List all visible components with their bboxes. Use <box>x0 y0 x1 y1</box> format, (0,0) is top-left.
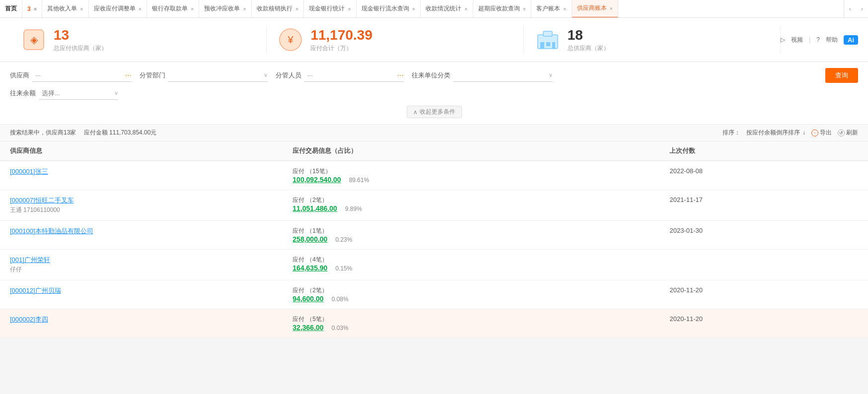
nav-tab-prepay[interactable]: 预收冲应收单 × <box>199 0 251 18</box>
balance-input[interactable] <box>39 88 114 98</box>
nav-tab-receipt-stat[interactable]: 收款情况统计 × <box>421 0 473 18</box>
close-icon[interactable]: × <box>348 6 351 12</box>
ai-badge[interactable]: Ai <box>844 35 858 45</box>
payable-supplier-label: 总应付供应商（家） <box>54 44 107 53</box>
nav-tab-home[interactable]: 首页 <box>0 0 22 18</box>
supplier-info-6: [000002]李四 <box>10 315 292 324</box>
tx-amount-4[interactable]: 164,635.90 <box>292 264 327 272</box>
nav-tab-cash-flow[interactable]: 现金银行流水查询 × <box>357 0 421 18</box>
divider: | <box>809 36 810 43</box>
close-icon[interactable]: × <box>80 6 83 12</box>
tx-amount-1[interactable]: 100,092,540.00 <box>292 176 341 184</box>
nav-tab-supplier-ledger[interactable]: 供应商账本 × <box>572 0 618 18</box>
filter-supplier: 供应商 ··· <box>10 69 132 82</box>
payable-supplier-icon: ◈ <box>20 26 48 54</box>
refresh-label: 刷新 <box>846 129 858 137</box>
person-dots-icon[interactable]: ··· <box>397 71 404 80</box>
nav-tab-receipt-exec-label: 收款核销执行 <box>257 4 292 13</box>
close-icon[interactable]: × <box>523 6 526 12</box>
search-button[interactable]: 查询 <box>825 68 858 83</box>
transaction-info-4: 应付 （4笔） 164,635.90 0.15% <box>292 256 669 272</box>
help-icon: ? <box>816 36 820 43</box>
nav-tab-cash-bank-stat[interactable]: 现金银行统计 × <box>304 0 356 18</box>
nav-tab-customer-ledger[interactable]: 客户账本 × <box>531 0 572 18</box>
tx-amount-2[interactable]: 11,051,486.00 <box>292 204 337 212</box>
supplier-link-5[interactable]: [000012]广州贝瑞 <box>10 286 292 295</box>
supplier-link-3[interactable]: [000100]本特勤油品有限公司 <box>10 227 292 236</box>
supplier-name-6[interactable]: 李四 <box>35 316 48 323</box>
help-link[interactable]: 帮助 <box>826 36 838 44</box>
supplier-id-5[interactable]: [000012] <box>10 287 35 294</box>
tx-type-5: 应付 <box>292 286 304 295</box>
close-icon[interactable]: × <box>139 6 142 12</box>
close-icon[interactable]: × <box>563 6 566 12</box>
nav-tab-3[interactable]: 3 × <box>22 0 42 18</box>
nav-tab-supplier-ledger-label: 供应商账本 <box>577 4 607 12</box>
filter-balance: 往来余额 ∨ <box>10 87 118 100</box>
nav-prev-arrow[interactable]: ‹ <box>844 0 856 18</box>
close-icon[interactable]: × <box>191 6 194 12</box>
sort-selector[interactable]: 按应付余额倒序排序 ↓ <box>746 129 805 137</box>
export-button[interactable]: ↑ 导出 <box>811 129 832 137</box>
collapse-row: ∧ 收起更多条件 <box>10 104 858 120</box>
close-icon[interactable]: × <box>464 6 467 12</box>
nav-tab-bank-deposit[interactable]: 银行存取款单 × <box>147 0 199 18</box>
supplier-name-3[interactable]: 本特勤油品有限公司 <box>35 227 93 235</box>
nav-tab-overdue[interactable]: 超期应收款查询 × <box>473 0 531 18</box>
tx-amount-6[interactable]: 32,366.00 <box>292 324 323 331</box>
supplier-name-1[interactable]: 张三 <box>35 168 48 175</box>
supplier-id-3[interactable]: [000100] <box>10 227 35 235</box>
supplier-id-2[interactable]: [000007] <box>10 197 35 204</box>
supplier-id-6[interactable]: [000002] <box>10 316 35 323</box>
nav-tab-receipt-exec[interactable]: 收款核销执行 × <box>252 0 304 18</box>
supplier-count-text: 搜索结果中，供应商13家 <box>10 129 76 136</box>
filter-area: 供应商 ··· 分管部门 ∨ 分管人员 ··· 往来单位分类 ∨ <box>0 62 868 125</box>
svg-rect-7 <box>546 42 550 46</box>
video-link[interactable]: 视频 <box>791 36 803 44</box>
supplier-dots-icon[interactable]: ··· <box>125 71 132 80</box>
tx-row-2: 应付 （2笔） <box>292 196 669 204</box>
video-icon: ▷ <box>781 36 785 43</box>
supplier-name-5[interactable]: 广州贝瑞 <box>35 287 61 294</box>
nav-next-arrow[interactable]: › <box>856 0 868 18</box>
close-icon[interactable]: × <box>412 6 415 12</box>
supplier-input[interactable] <box>32 70 125 80</box>
sort-value-text: 按应付余额倒序排序 <box>746 129 800 136</box>
nav-tab-ar-adjustment[interactable]: 应收应付调整单 × <box>89 0 147 18</box>
dept-input[interactable] <box>168 70 264 80</box>
supplier-sub-2: 王通 17106110000 <box>10 206 292 214</box>
close-icon[interactable]: × <box>610 5 613 11</box>
close-icon[interactable]: × <box>295 6 298 12</box>
svg-rect-6 <box>540 42 544 49</box>
close-icon[interactable]: × <box>243 6 246 12</box>
filter-row-1: 供应商 ··· 分管部门 ∨ 分管人员 ··· 往来单位分类 ∨ <box>10 68 858 83</box>
supplier-link-2[interactable]: [000007]恒旺二手叉车 <box>10 196 292 205</box>
close-icon[interactable]: × <box>34 6 37 12</box>
tx-amount-5[interactable]: 94,600.00 <box>292 295 323 303</box>
collapse-button[interactable]: ∧ 收起更多条件 <box>407 106 462 118</box>
category-dropdown-icon[interactable]: ∨ <box>549 72 553 78</box>
supplier-id-1[interactable]: [000001] <box>10 168 35 175</box>
transaction-info-2: 应付 （2笔） 11,051,486.00 9.89% <box>292 196 669 212</box>
summary-card-total-payable: ¥ 11,170.39 应付合计（万） <box>267 26 523 54</box>
tx-count-1: （15笔） <box>306 167 331 176</box>
supplier-name-4[interactable]: 广州荣轩 <box>24 256 50 263</box>
person-input[interactable] <box>304 70 397 80</box>
tx-percent-5: 0.08% <box>332 296 349 303</box>
dept-dropdown-icon[interactable]: ∨ <box>264 72 268 78</box>
supplier-id-4[interactable]: [001] <box>10 256 24 263</box>
col-header-supplier: 供应商信息 <box>10 146 292 155</box>
tx-row-3: 应付 （1笔） <box>292 227 669 235</box>
tx-amount-3[interactable]: 258,000.00 <box>292 235 327 243</box>
supplier-link-4[interactable]: [001]广州荣轩 <box>10 256 292 264</box>
refresh-circle-icon: ↺ <box>838 130 845 136</box>
balance-dropdown-icon[interactable]: ∨ <box>114 90 118 96</box>
refresh-button[interactable]: ↺ 刷新 <box>838 129 858 137</box>
supplier-name-2[interactable]: 恒旺二手叉车 <box>35 197 74 204</box>
nav-arrows: ‹ › <box>844 0 868 18</box>
supplier-link-6[interactable]: [000002]李四 <box>10 315 292 324</box>
category-input[interactable] <box>453 70 549 80</box>
supplier-link-1[interactable]: [000001]张三 <box>10 167 292 176</box>
transaction-info-5: 应付 （2笔） 94,600.00 0.08% <box>292 286 669 303</box>
nav-tab-other-income[interactable]: 其他收入单 × <box>42 0 88 18</box>
